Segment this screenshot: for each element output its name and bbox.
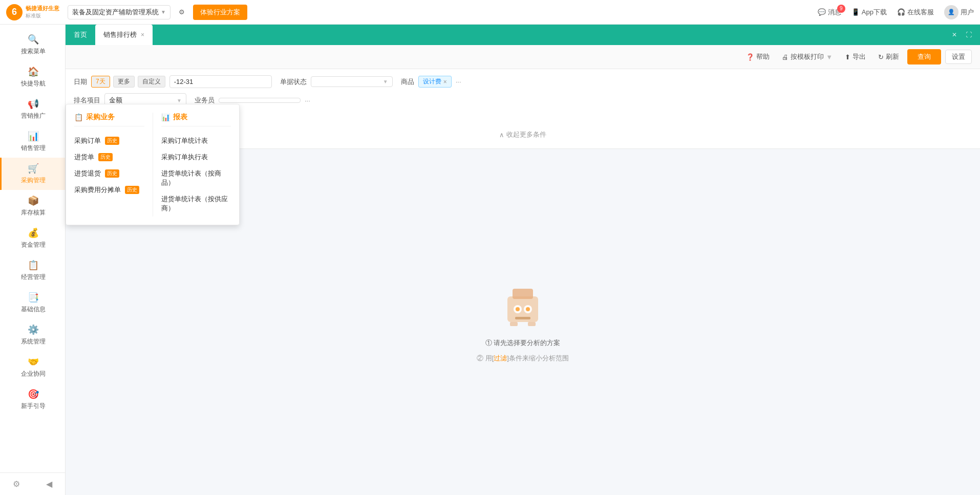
- content-area: 首页 销售排行榜 × ✕ ⛶ ❓ 帮助: [66, 25, 980, 495]
- inventory-icon: 📦: [28, 195, 39, 206]
- time-btn-7days[interactable]: 7天: [91, 76, 110, 88]
- gear-button[interactable]: ⚙: [175, 5, 189, 19]
- search-icon: 🔍: [28, 34, 39, 45]
- query-button[interactable]: 查询: [907, 49, 941, 64]
- sidebar-item-label: 搜索菜单: [21, 47, 46, 56]
- menu-item-purchase-order[interactable]: 采购订单 历史: [74, 133, 144, 149]
- docstatus-input[interactable]: ▼: [311, 76, 393, 87]
- tab-home[interactable]: 首页: [66, 25, 95, 45]
- salesman-input[interactable]: [219, 98, 301, 103]
- menu-item-po-execute[interactable]: 采购订单执行表: [161, 149, 231, 165]
- menu-col-business: 📋 采购业务 采购订单 历史 进货单 历史 进货退货 历史: [74, 113, 144, 217]
- empty-state: ① 请先选择要分析的方案 ② 用[过滤]条件来缩小分析范围: [477, 281, 569, 363]
- docstatus-label: 单据状态: [280, 77, 307, 87]
- tab-actions: ✕ ⛶: [949, 30, 980, 40]
- purchase-dropdown-menu: 📋 采购业务 采购订单 历史 进货单 历史 进货退货 历史: [66, 104, 240, 225]
- sidebar-item-marketing[interactable]: 📢 营销推广: [0, 93, 65, 125]
- finance-icon: 💰: [28, 227, 39, 239]
- logo-icon: 6: [6, 4, 23, 20]
- date-input[interactable]: -12-31: [169, 75, 272, 88]
- operations-icon: 📋: [28, 260, 39, 271]
- sidebar-item-label: 资金管理: [21, 241, 46, 249]
- svg-rect-1: [513, 289, 533, 299]
- svg-point-4: [516, 307, 520, 311]
- sidebar-item-collaboration[interactable]: 🤝 企业协同: [0, 351, 65, 383]
- sidebar-item-operations[interactable]: 📋 经营管理: [0, 254, 65, 287]
- refresh-button[interactable]: ↻ 刷新: [874, 50, 903, 63]
- svg-rect-8: [528, 322, 536, 326]
- sidebar-collapse-button[interactable]: ◀: [46, 479, 52, 489]
- menu-item-receipt-stats-supplier[interactable]: 进货单统计表（按供应商）: [161, 191, 231, 217]
- sidebar-item-label: 采购管理: [21, 176, 46, 185]
- time-btn-custom[interactable]: 自定义: [138, 76, 165, 88]
- sidebar-item-sales[interactable]: 📊 销售管理: [0, 125, 65, 158]
- sidebar-item-label: 快捷导航: [21, 79, 46, 88]
- empty-text-line1: ① 请先选择要分析的方案: [485, 338, 561, 348]
- help-icon: ❓: [746, 53, 754, 61]
- history-badge: 历史: [105, 137, 119, 145]
- sidebar: 🔍 搜索菜单 🏠 快捷导航 📢 营销推广 📊 销售管理 🛒 采购管: [0, 25, 66, 495]
- date-value: -12-31: [174, 78, 194, 85]
- sidebar-nav: 🔍 搜索菜单 🏠 快捷导航 📢 营销推广 📊 销售管理 🛒 采购管: [0, 25, 65, 420]
- top-bar: 6 畅捷通好生意 标准版 装备及固定资产辅助管理系统 ▼ ⚙ 体验行业方案 💬 …: [0, 0, 980, 25]
- tab-action-maximize-button[interactable]: ⛶: [964, 30, 974, 40]
- sidebar-item-label: 销售管理: [21, 144, 46, 153]
- svg-point-5: [526, 307, 530, 311]
- sidebar-item-newbie[interactable]: 🎯 新手引导: [0, 383, 65, 416]
- filter-goods-group: 商品 设计费 × ···: [401, 76, 461, 88]
- menu-item-goods-return[interactable]: 进货退货 历史: [74, 165, 144, 182]
- sidebar-item-basic-info[interactable]: 📑 基础信息: [0, 287, 65, 319]
- docstatus-arrow-icon: ▼: [383, 79, 388, 84]
- tab-close-button[interactable]: ×: [141, 31, 144, 38]
- time-btn-more[interactable]: 更多: [113, 76, 135, 88]
- menu-col-business-title: 📋 采购业务: [74, 113, 144, 126]
- menu-item-po-stats[interactable]: 采购订单统计表: [161, 133, 231, 149]
- settings-button[interactable]: 设置: [945, 50, 972, 64]
- sidebar-item-system[interactable]: ⚙️ 系统管理: [0, 319, 65, 351]
- salesman-more-options[interactable]: ···: [305, 97, 310, 104]
- history-badge: 历史: [98, 153, 113, 161]
- collaboration-icon: 🤝: [28, 356, 39, 368]
- top-right-area: 💬 消息 9 📱 App下载 🎧 在线客服 👤 用户: [818, 5, 974, 19]
- tab-sales-ranking[interactable]: 销售排行榜 ×: [95, 25, 153, 45]
- sidebar-settings-button[interactable]: ⚙: [13, 479, 20, 489]
- system-icon: ⚙️: [28, 324, 39, 335]
- svg-rect-6: [515, 317, 530, 319]
- avatar: 👤: [944, 5, 958, 19]
- help-button[interactable]: ❓ 帮助: [742, 50, 774, 63]
- online-service-button[interactable]: 🎧 在线客服: [897, 8, 934, 17]
- sidebar-item-finance[interactable]: 💰 资金管理: [0, 222, 65, 254]
- app-download-button[interactable]: 📱 App下载: [851, 8, 887, 17]
- sidebar-item-label: 企业协同: [21, 370, 46, 378]
- sidebar-item-inventory[interactable]: 📦 库存核算: [0, 190, 65, 222]
- export-button[interactable]: ⬆ 导出: [841, 50, 870, 63]
- menu-item-goods-receipt[interactable]: 进货单 历史: [74, 149, 144, 165]
- date-label: 日期: [74, 77, 87, 87]
- industry-button[interactable]: 体验行业方案: [193, 5, 247, 20]
- goods-label: 商品: [401, 77, 414, 87]
- tab-action-close-button[interactable]: ✕: [949, 30, 960, 40]
- menu-col-reports-title: 📊 报表: [161, 113, 231, 126]
- system-title: 装备及固定资产辅助管理系统: [72, 8, 159, 17]
- goods-tag-close[interactable]: ×: [443, 78, 447, 85]
- phone-icon: 📱: [851, 8, 860, 16]
- sidebar-item-quicknav[interactable]: 🏠 快捷导航: [0, 61, 65, 93]
- sidebar-item-label: 库存核算: [21, 208, 46, 217]
- user-icon: 👤: [948, 9, 955, 15]
- message-button[interactable]: 💬 消息 9: [818, 8, 841, 17]
- system-title-dropdown[interactable]: 装备及固定资产辅助管理系统 ▼: [68, 5, 171, 19]
- purchase-icon: 🛒: [28, 163, 39, 174]
- sidebar-item-purchase[interactable]: 🛒 采购管理: [0, 158, 65, 190]
- logo-area: 6 畅捷通好生意 标准版: [6, 4, 59, 20]
- menu-item-purchase-expense[interactable]: 采购费用分摊单 历史: [74, 182, 144, 198]
- headset-icon: 🎧: [897, 8, 905, 16]
- print-button[interactable]: 🖨 按模板打印 ▼: [778, 50, 837, 63]
- empty-icon-2: ②: [477, 354, 483, 362]
- rank-arrow-icon: ▼: [177, 98, 182, 103]
- message-icon: 💬: [818, 8, 826, 16]
- history-badge: 历史: [105, 169, 119, 178]
- sidebar-item-search[interactable]: 🔍 搜索菜单: [0, 29, 65, 61]
- goods-more-options[interactable]: ···: [456, 78, 461, 85]
- user-button[interactable]: 👤 用户: [944, 5, 974, 19]
- menu-item-receipt-stats-goods[interactable]: 进货单统计表（按商品）: [161, 165, 231, 191]
